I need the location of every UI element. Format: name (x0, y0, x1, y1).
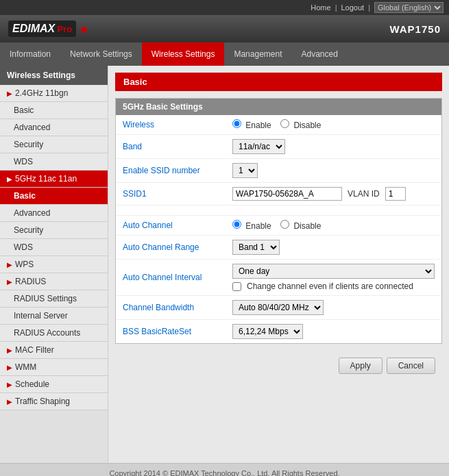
form-table: Wireless Enable Disable (116, 115, 441, 343)
home-link[interactable]: Home (311, 3, 330, 12)
ssid1-input[interactable] (232, 187, 342, 201)
sidebar-group-2ghz: ▶ 2.4GHz 11bgn Basic Advanced Security W… (0, 85, 108, 171)
table-row-band: Band 11a/n/ac (116, 135, 441, 159)
sidebar-group-label-2ghz: 2.4GHz 11bgn (15, 88, 68, 98)
auto-channel-interval-select[interactable]: One day (232, 264, 435, 279)
nav-wireless-settings[interactable]: Wireless Settings (142, 42, 225, 66)
sidebar: Wireless Settings ▶ 2.4GHz 11bgn Basic A… (0, 66, 108, 463)
auto-channel-value: Enable Disable (226, 216, 441, 236)
band-label: Band (116, 135, 226, 159)
sidebar-item-radius-accounts[interactable]: RADIUS Accounts (0, 325, 108, 342)
sidebar-item-radius[interactable]: ▶ RADIUS (0, 273, 108, 290)
logo: EDIMAX Pro ◆ (8, 21, 88, 37)
channel-bandwidth-label: Channel Bandwidth (116, 296, 226, 320)
settings-section: 5GHz Basic Settings Wireless Enable (115, 98, 442, 344)
sidebar-item-traffic-shaping[interactable]: ▶ Traffic Shaping (0, 393, 108, 410)
arrow-icon-schedule: ▶ (7, 381, 12, 388)
auto-channel-disable-label: Disable (280, 221, 321, 231)
ssid1-label: SSID1 (116, 183, 226, 205)
model-label: WAP1750 (389, 23, 441, 35)
logo-edimax: EDIMAX Pro (8, 21, 76, 37)
ssid1-value-cell: VLAN ID (226, 183, 441, 205)
auto-channel-range-select[interactable]: Band 1 (232, 240, 280, 255)
button-row: Apply Cancel (115, 351, 442, 381)
bss-basicrate-value: 6,12,24 Mbps (226, 320, 441, 344)
sidebar-wmm-label: WMM (15, 362, 36, 372)
sidebar-mac-label: MAC Filter (15, 345, 54, 355)
sidebar-wps-label: WPS (15, 260, 34, 269)
wireless-enable-radio[interactable] (232, 119, 241, 128)
wireless-enable-text: Enable (245, 121, 271, 130)
channel-bandwidth-select[interactable]: Auto 80/40/20 MHz (232, 300, 324, 315)
arrow-icon-mac: ▶ (7, 347, 12, 354)
sidebar-item-radius-internal[interactable]: Internal Server (0, 308, 108, 325)
sidebar-item-schedule[interactable]: ▶ Schedule (0, 376, 108, 393)
sidebar-group-header-5ghz[interactable]: ▶ 5GHz 11ac 11an (0, 171, 108, 188)
change-channel-checkbox[interactable] (232, 282, 241, 291)
change-channel-label: Change channel even if clients are conne… (232, 281, 428, 291)
wireless-disable-radio[interactable] (280, 119, 289, 128)
auto-channel-interval-label: Auto Channel Interval (116, 260, 226, 296)
wireless-label: Wireless (116, 115, 226, 135)
change-channel-text: Change channel even if clients are conne… (247, 281, 413, 291)
arrow-icon-5ghz: ▶ (7, 175, 12, 183)
sidebar-radius-label: RADIUS (15, 277, 46, 286)
footer-text: Copyright 2014 © EDIMAX Technology Co., … (109, 469, 339, 476)
nav-information[interactable]: Information (0, 42, 60, 66)
cancel-button[interactable]: Cancel (387, 358, 435, 374)
logo-text-pro: Pro (58, 24, 73, 34)
top-bar: Home | Logout | Global (English) (0, 0, 449, 15)
main-content: Basic 5GHz Basic Settings Wireless Enabl… (108, 66, 449, 463)
sidebar-item-2ghz-basic[interactable]: Basic (0, 102, 108, 119)
auto-channel-range-value: Band 1 (226, 236, 441, 260)
separator-row (116, 205, 441, 216)
nav-advanced[interactable]: Advanced (291, 42, 347, 66)
nav-network-settings[interactable]: Network Settings (60, 42, 142, 66)
sidebar-item-5ghz-basic[interactable]: Basic (0, 188, 108, 205)
table-row-channel-bandwidth: Channel Bandwidth Auto 80/40/20 MHz (116, 296, 441, 320)
vlan-label: VLAN ID (348, 189, 380, 199)
sidebar-item-5ghz-advanced[interactable]: Advanced (0, 205, 108, 222)
main-layout: Wireless Settings ▶ 2.4GHz 11bgn Basic A… (0, 66, 449, 463)
footer: Copyright 2014 © EDIMAX Technology Co., … (0, 463, 449, 476)
sidebar-item-wps[interactable]: ▶ WPS (0, 256, 108, 273)
sidebar-item-5ghz-wds[interactable]: WDS (0, 239, 108, 256)
ssid-count-select[interactable]: 1 (232, 163, 258, 178)
sidebar-item-mac-filter[interactable]: ▶ MAC Filter (0, 342, 108, 359)
sidebar-item-2ghz-advanced[interactable]: Advanced (0, 119, 108, 136)
arrow-icon-radius: ▶ (7, 278, 12, 286)
band-select[interactable]: 11a/n/ac (232, 139, 285, 154)
sidebar-item-radius-settings[interactable]: RADIUS Settings (0, 290, 108, 308)
auto-channel-enable-radio[interactable] (232, 220, 241, 229)
apply-button[interactable]: Apply (339, 358, 383, 374)
vlan-input[interactable] (385, 187, 406, 201)
table-row-auto-channel-interval: Auto Channel Interval One day Change cha… (116, 260, 441, 296)
table-row-bss-basicrate: BSS BasicRateSet 6,12,24 Mbps (116, 320, 441, 344)
nav-management[interactable]: Management (224, 42, 291, 66)
header: EDIMAX Pro ◆ WAP1750 (0, 15, 449, 42)
bss-basicrate-label: BSS BasicRateSet (116, 320, 226, 344)
sidebar-item-wmm[interactable]: ▶ WMM (0, 359, 108, 376)
auto-channel-disable-radio[interactable] (280, 220, 289, 229)
bss-basicrate-select[interactable]: 6,12,24 Mbps (232, 324, 303, 339)
sidebar-title: Wireless Settings (0, 66, 108, 85)
sidebar-item-2ghz-security[interactable]: Security (0, 136, 108, 153)
wireless-disable-label: Disable (280, 121, 321, 130)
region-select[interactable]: Global (English) (374, 2, 444, 13)
auto-channel-enable-label: Enable (232, 221, 274, 231)
wireless-enable-label: Enable (232, 121, 274, 130)
sidebar-schedule-label: Schedule (15, 379, 49, 389)
auto-channel-label: Auto Channel (116, 216, 226, 236)
arrow-icon-wps: ▶ (7, 261, 12, 268)
sidebar-group-header-2ghz[interactable]: ▶ 2.4GHz 11bgn (0, 85, 108, 102)
main-nav: Information Network Settings Wireless Se… (0, 42, 449, 66)
wireless-disable-text: Disable (293, 121, 321, 130)
arrow-icon-2ghz: ▶ (7, 90, 12, 97)
interval-container: One day Change channel even if clients a… (232, 264, 435, 291)
band-value: 11a/n/ac (226, 135, 441, 159)
logout-link[interactable]: Logout (341, 3, 364, 12)
table-row-auto-channel-range: Auto Channel Range Band 1 (116, 236, 441, 260)
sidebar-item-5ghz-security[interactable]: Security (0, 222, 108, 239)
auto-channel-interval-value: One day Change channel even if clients a… (226, 260, 441, 296)
sidebar-item-2ghz-wds[interactable]: WDS (0, 153, 108, 171)
